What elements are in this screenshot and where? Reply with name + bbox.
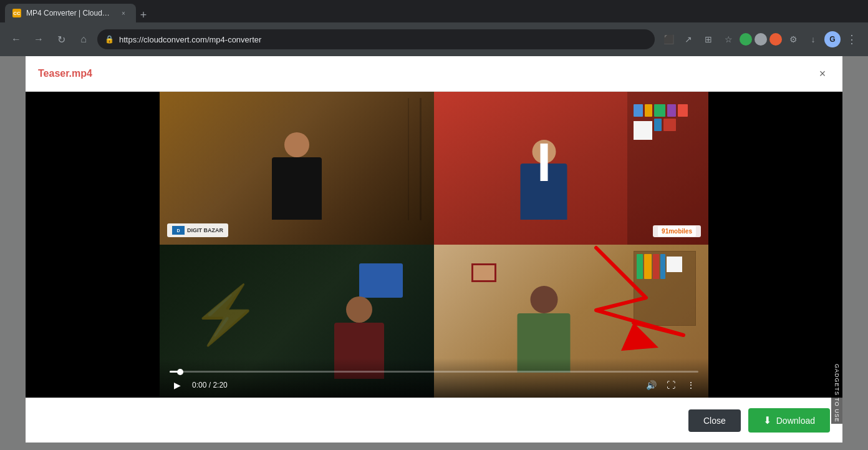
settings-button[interactable]: ⚙ [784,31,802,48]
downloads-button[interactable]: ↓ [804,31,822,48]
cast-button[interactable]: ⬛ [660,31,677,48]
time-display: 0:00 / 2:20 [192,381,228,389]
download-icon: ⬇ [763,414,771,426]
bookshelf-area [627,92,708,245]
progress-fill [170,371,180,373]
modal-close-button[interactable]: × [815,66,830,81]
extension-circle-gray[interactable] [755,33,767,46]
progress-dot [177,369,183,375]
extension-circle-green[interactable] [740,33,752,46]
video-cell-top-left: D DIGIT BAZAR [160,92,434,245]
shelf-decor [634,121,652,140]
download-button[interactable]: ⬇ Download [748,408,830,433]
mobiles-brand-text: 91mobiles [658,226,696,237]
tab-close-button[interactable]: × [118,8,128,18]
forward-button[interactable]: → [30,31,47,48]
menu-button[interactable]: ⋮ [843,31,861,48]
lightning-icon: ⚡ [191,282,261,348]
digit-logo-icon: D [172,226,185,235]
new-tab-button[interactable]: + [136,7,151,22]
right-controls: 🔊 ⛶ ⋮ [644,378,698,393]
blue-panel [359,263,403,298]
shelf [634,104,702,142]
browser-chrome: CC MP4 Converter | CloudConvert × + ← → … [0,0,868,56]
modal-header: Teaser.mp4 × [26,56,842,92]
active-tab[interactable]: CC MP4 Converter | CloudConvert × [5,4,136,22]
tab-title: MP4 Converter | CloudConvert [26,9,113,17]
profile-avatar[interactable]: G [824,31,841,47]
brand-logo-digit: D DIGIT BAZAR [167,223,228,237]
modal-title: Teaser.mp4 [38,68,92,79]
head-bl [346,296,372,323]
shelf-decor-br [667,257,682,272]
books-br [634,252,695,281]
picture-frame [471,263,496,282]
video-modal: Teaser.mp4 × [26,56,842,443]
tab-favicon: CC [12,9,21,17]
head-tl [284,132,309,157]
star-button[interactable]: ☆ [720,31,737,48]
video-cell-top-right: 91mobiles [434,92,708,245]
right-black-bar [708,92,842,398]
brand-logo-91mobiles: 91mobiles [653,225,701,237]
address-bar[interactable]: 🔒 https://cloudconvert.com/mp4-converter [97,29,655,49]
close-button[interactable]: Close [688,409,741,432]
download-label: Download [776,416,815,426]
left-black-bar [26,92,160,398]
watermark-text: GADGETS TO USE [831,363,842,424]
fullscreen-button[interactable]: ⛶ [663,378,678,393]
shelf-br [634,251,696,326]
volume-button[interactable]: 🔊 [644,378,658,393]
video-grid: D DIGIT BAZAR [160,92,708,398]
refresh-button[interactable]: ↻ [52,31,70,48]
nav-bar: ← → ↻ ⌂ 🔒 https://cloudconvert.com/mp4-c… [0,22,868,56]
tab-bar: CC MP4 Converter | CloudConvert × + [0,0,868,22]
back-button[interactable]: ← [7,31,25,48]
head-br [530,286,557,313]
video-container: D DIGIT BAZAR [26,92,842,398]
wood-line [420,98,422,220]
modal-footer: Close ⬇ Download [26,398,842,443]
video-controls: ▶ 0:00 / 2:20 🔊 ⛶ ⋮ [160,358,708,398]
share-button[interactable]: ↗ [680,31,697,48]
url-text: https://cloudconvert.com/mp4-converter [119,35,261,44]
person-tl [272,132,322,220]
home-button[interactable]: ⌂ [75,31,92,48]
shirt-tr [540,144,547,181]
torso-tl [272,157,322,220]
lock-icon: 🔒 [105,35,114,44]
page-content: Teaser.mp4 × [0,56,868,450]
extension-circle-orange[interactable] [769,33,782,46]
play-button[interactable]: ▶ [170,378,185,393]
progress-bar[interactable] [170,371,698,373]
extensions-button[interactable]: ⊞ [700,31,717,48]
nav-actions: ⬛ ↗ ⊞ ☆ ⚙ ↓ G ⋮ [660,31,861,48]
wood-line2 [408,98,409,220]
modal-overlay: Teaser.mp4 × [0,56,868,450]
person-tr [521,140,567,220]
more-options-button[interactable]: ⋮ [683,378,698,393]
torso-tr [521,164,567,220]
digit-brand-text: DIGIT BAZAR [187,227,223,233]
controls-row: ▶ 0:00 / 2:20 🔊 ⛶ ⋮ [170,378,698,393]
